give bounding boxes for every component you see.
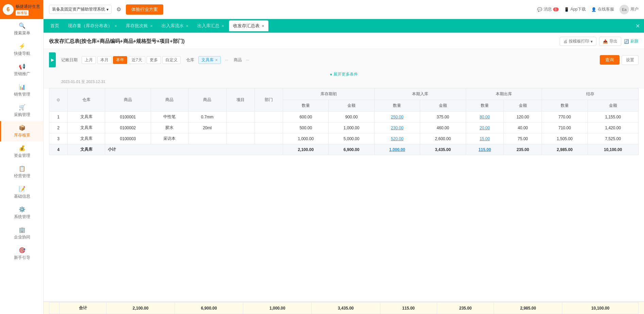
date-btn-7days[interactable]: 近7天 [129,56,145,64]
export-button[interactable]: 📤 导出 [599,37,621,46]
th-balance: 结存 [542,88,639,100]
tab-home[interactable]: 首页 [46,20,63,31]
messages-button[interactable]: 💬 消息 6 [537,6,559,12]
app-download-button[interactable]: 📱 App下载 [564,6,586,12]
page-content: 收发存汇总表(按仓库+商品编码+商品+规格型号+项目+部门) 🖨 按模板打印 ▾… [44,33,644,314]
warehouse-tag-text: 文具库 [201,57,214,63]
warehouse-more-btn[interactable]: ··· [225,57,228,62]
row2-out-qty[interactable]: 20.00 [466,122,504,133]
row2-out-amt: 40.00 [504,122,542,133]
tab-inout-summary-close[interactable]: ✕ [221,24,224,28]
tab-inout-flow[interactable]: 出入库流水 ✕ [158,20,193,31]
footer-balance-amt: 10,100.00 [562,302,639,314]
tab-inout-summary[interactable]: 出入库汇总 ✕ [193,20,228,31]
sidebar-item-enterprise[interactable]: 🏢 企业协同 [0,223,43,244]
sidebar-label-marketing: 营销推广 [14,71,30,77]
topbar: 装备及固定资产辅助管理系统 ▾ ⚙ 体验行业方案 💬 消息 6 📱 App下载 … [44,0,644,19]
sidebar-item-finance[interactable]: 💰 资金管理 [0,142,43,162]
enterprise-icon: 🏢 [19,227,26,233]
sidebar-item-operation[interactable]: 📋 经营管理 [0,162,43,182]
main-area: 首页 现存量（库存分布表） ✕ 库存批次账 ✕ 出入库流水 ✕ 出入库汇总 ✕ … [44,19,644,314]
refresh-button[interactable]: 🔄 刷新 [624,38,639,44]
table-row: 1 文具库 0100001 中性笔 0.7mm 600.00 900.00 25… [49,112,639,122]
date-btn-this-year[interactable]: 本年 [113,56,127,64]
refresh-icon: 🔄 [624,39,629,44]
tab-collect-summary-close[interactable]: ✕ [262,24,264,28]
sidebar-item-inventory[interactable]: 📦 库存核算 [0,121,43,142]
online-service-button[interactable]: 👤 在线客服 [591,6,614,12]
date-btn-this-month[interactable]: 本月 [97,56,112,64]
tab-home-label: 首页 [50,23,59,29]
app-tag: 标准版 [16,10,29,16]
column-settings-icon[interactable]: ⚙ [56,98,60,102]
row1-in-qty[interactable]: 250.00 [374,112,420,122]
sidebar: 6 畅捷通好生意 标准版 🔍 搜索菜单 ⚡ 快捷导航 📢 营销推广 📊 销售管理… [0,0,44,314]
goods-label: 商品 [234,57,242,63]
tab-collect-summary[interactable]: 收发存汇总表 ✕ [229,20,268,31]
expand-chevron-icon: ▾ [330,72,332,77]
row3-in-qty[interactable]: 520.00 [374,133,420,144]
trial-button[interactable]: 体验行业方案 [126,4,163,15]
topbar-left: 装备及固定资产辅助管理系统 ▾ ⚙ 体验行业方案 [49,4,163,15]
query-button[interactable]: 查询 [600,55,620,65]
row2-opening-qty: 500.00 [283,122,329,133]
footer-in-amt: 3,435.00 [312,302,380,314]
sidebar-item-sales[interactable]: 📊 销售管理 [0,80,43,101]
row3-balance-qty: 1,505.00 [542,133,588,144]
th-opening-amt: 金额 [329,100,374,112]
tab-inventory-dist-close[interactable]: ✕ [114,24,117,28]
logo-text: 畅捷通好生意 标准版 [16,4,40,16]
th-project: 项目 [226,88,254,112]
subtotal-label: 小计 [105,144,283,155]
warehouse-tag-close[interactable]: ✕ [215,58,218,62]
sidebar-item-marketing[interactable]: 📢 营销推广 [0,60,43,80]
setting-button[interactable]: 设置 [622,55,639,65]
print-label: 按模板打印 [569,38,589,44]
sidebar-item-guide[interactable]: 🎯 新手引导 [0,244,43,264]
tab-bar: 首页 现存量（库存分布表） ✕ 库存批次账 ✕ 出入库流水 ✕ 出入库汇总 ✕ … [44,19,644,33]
print-button[interactable]: 🖨 按模板打印 ▾ [560,37,596,46]
footer-label: 合计 [60,302,106,314]
row1-spec: 0.7mm [188,112,226,122]
th-in-qty: 数量 [374,100,420,112]
row1-opening-qty: 600.00 [283,112,329,122]
row1-out-qty[interactable]: 80.00 [466,112,504,122]
tab-inout-flow-close[interactable]: ✕ [186,24,188,28]
sidebar-item-search[interactable]: 🔍 搜索菜单 [0,19,43,39]
th-balance-qty: 数量 [542,100,588,112]
row2-in-qty[interactable]: 230.00 [374,122,420,133]
user-menu-button[interactable]: Ea 用户 [620,5,639,14]
sidebar-label-guide: 新手引导 [14,255,30,261]
row3-out-qty[interactable]: 15.00 [466,133,504,144]
tab-collect-summary-label: 收发存汇总表 [233,23,260,29]
print-chevron-icon: ▾ [591,39,593,44]
system-selector[interactable]: 装备及固定资产辅助管理系统 ▾ [49,5,112,14]
goods-more-btn[interactable]: ··· [246,57,249,62]
page-header: 收发存汇总表(按仓库+商品编码+商品+规格型号+项目+部门) 🖨 按模板打印 ▾… [44,33,644,49]
expand-conditions-button[interactable]: ▾ 展开更多条件 [330,70,358,79]
sidebar-label-quick: 快捷导航 [14,51,30,56]
tab-inventory-dist[interactable]: 现存量（库存分布表） ✕ [64,20,121,31]
sidebar-item-system[interactable]: ⚙️ 系统管理 [0,203,43,223]
row1-name: 中性笔 [151,112,188,122]
sidebar-item-base[interactable]: 📝 基础信息 [0,182,43,203]
system-icon: ⚙️ [19,206,26,213]
tab-batch[interactable]: 库存批次账 ✕ [122,20,157,31]
filter-collapse-arrow[interactable]: ▶ [49,52,56,67]
row3-out-amt: 75.00 [504,133,542,144]
date-range-display: 2023-01-01 至 2023-12-31 [49,79,639,84]
tab-bar-close-all[interactable]: ✕ [634,21,641,31]
th-spec: 商品 [188,88,226,112]
date-btn-last-month[interactable]: 上月 [82,56,96,64]
row2-no: 2 [49,122,68,133]
sidebar-item-purchase[interactable]: 🛒 采购管理 [0,101,43,121]
sidebar-item-quick[interactable]: ⚡ 快捷导航 [0,39,43,60]
footer-in-qty: 1,000.00 [243,302,312,314]
date-btn-custom[interactable]: 自定义 [162,56,181,64]
th-dept: 部门 [254,88,283,112]
tab-batch-close[interactable]: ✕ [150,24,153,28]
settings-gear-button[interactable]: ⚙ [115,5,122,14]
print-icon: 🖨 [563,39,567,44]
row3-name: 采访本 [151,133,188,144]
date-btn-more[interactable]: 更多 [147,56,161,64]
